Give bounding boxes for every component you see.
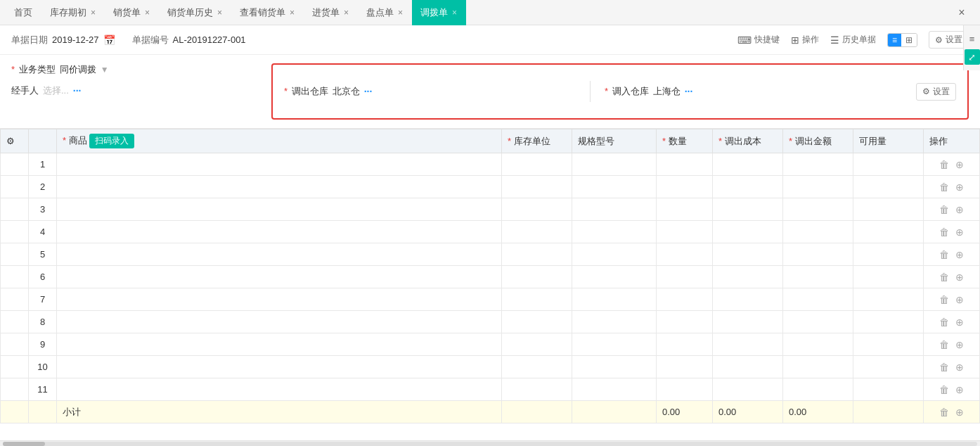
row-avail-2[interactable] — [853, 176, 924, 198]
calendar-icon[interactable]: 📅 — [103, 34, 115, 46]
row-qty-8[interactable] — [657, 311, 713, 333]
tab-close-sales-history[interactable]: × — [217, 8, 222, 18]
row-goods-7[interactable] — [57, 288, 502, 311]
delete-icon-3[interactable]: 🗑 — [939, 204, 949, 215]
tab-inventory-init[interactable]: 库存期初 × — [41, 0, 105, 25]
copy-icon-1[interactable]: ⊕ — [955, 159, 964, 170]
row-spec-6[interactable] — [572, 266, 657, 288]
history-button[interactable]: ☰ 历史单据 — [830, 34, 876, 46]
row-avail-9[interactable] — [853, 333, 924, 356]
row-goods-1[interactable] — [57, 153, 502, 176]
row-avail-8[interactable] — [853, 311, 924, 333]
copy-icon-9[interactable]: ⊕ — [955, 339, 964, 350]
side-expand-icon[interactable]: ⤢ — [965, 49, 980, 65]
row-unit-5[interactable] — [502, 243, 572, 266]
transfer-out-more-button[interactable]: ··· — [364, 86, 373, 97]
copy-icon-7[interactable]: ⊕ — [955, 294, 964, 305]
warehouse-settings-button[interactable]: ⚙ 设置 — [916, 83, 956, 101]
row-amount-4[interactable] — [783, 221, 853, 243]
row-avail-10[interactable] — [853, 356, 924, 378]
row-qty-7[interactable] — [657, 288, 713, 311]
row-avail-7[interactable] — [853, 288, 924, 311]
row-avail-3[interactable] — [853, 198, 924, 221]
row-cost-10[interactable] — [713, 356, 783, 378]
contact-more-button[interactable]: ··· — [73, 85, 82, 96]
copy-icon-11[interactable]: ⊕ — [955, 384, 964, 395]
row-avail-1[interactable] — [853, 153, 924, 176]
row-cost-9[interactable] — [713, 333, 783, 356]
shortcuts-button[interactable]: ⌨ 快捷键 — [737, 34, 780, 46]
row-qty-4[interactable] — [657, 221, 713, 243]
tab-sales-history[interactable]: 销货单历史 × — [159, 0, 231, 25]
delete-icon-7[interactable]: 🗑 — [939, 294, 949, 305]
row-amount-10[interactable] — [783, 356, 853, 378]
row-cost-1[interactable] — [713, 153, 783, 176]
row-cost-2[interactable] — [713, 176, 783, 198]
row-amount-9[interactable] — [783, 333, 853, 356]
row-cost-7[interactable] — [713, 288, 783, 311]
row-avail-6[interactable] — [853, 266, 924, 288]
scrollbar-thumb[interactable] — [3, 442, 45, 446]
row-spec-3[interactable] — [572, 198, 657, 221]
row-qty-11[interactable] — [657, 378, 713, 401]
tab-inventory-count[interactable]: 盘点单 × — [358, 0, 412, 25]
row-amount-8[interactable] — [783, 311, 853, 333]
row-qty-5[interactable] — [657, 243, 713, 266]
row-unit-1[interactable] — [502, 153, 572, 176]
row-unit-6[interactable] — [502, 266, 572, 288]
copy-icon-5[interactable]: ⊕ — [955, 249, 964, 260]
tab-close-transfer[interactable]: × — [452, 8, 457, 18]
delete-icon-1[interactable]: 🗑 — [939, 159, 949, 170]
tab-transfer[interactable]: 调拨单 × — [412, 0, 466, 25]
delete-icon-6[interactable]: 🗑 — [939, 272, 949, 283]
row-amount-11[interactable] — [783, 378, 853, 401]
row-unit-8[interactable] — [502, 311, 572, 333]
delete-icon-8[interactable]: 🗑 — [939, 317, 949, 328]
tab-close-inventory-count[interactable]: × — [398, 8, 403, 18]
tab-close-sales-order[interactable]: × — [145, 8, 150, 18]
delete-icon-4[interactable]: 🗑 — [939, 227, 949, 238]
row-spec-7[interactable] — [572, 288, 657, 311]
row-unit-7[interactable] — [502, 288, 572, 311]
biz-type-dropdown-arrow[interactable]: ▼ — [101, 65, 109, 75]
row-avail-11[interactable] — [853, 378, 924, 401]
row-spec-5[interactable] — [572, 243, 657, 266]
biz-type-select[interactable]: 同价调拨 ▼ — [60, 63, 172, 76]
row-cost-4[interactable] — [713, 221, 783, 243]
row-cost-11[interactable] — [713, 378, 783, 401]
row-spec-9[interactable] — [572, 333, 657, 356]
tab-purchase[interactable]: 进货单 × — [304, 0, 358, 25]
tab-sales-order[interactable]: 销货单 × — [105, 0, 159, 25]
subtotal-delete-icon[interactable]: 🗑 — [939, 407, 949, 418]
copy-icon-6[interactable]: ⊕ — [955, 272, 964, 283]
row-avail-4[interactable] — [853, 221, 924, 243]
row-spec-2[interactable] — [572, 176, 657, 198]
row-goods-6[interactable] — [57, 266, 502, 288]
window-close-button[interactable]: × — [949, 0, 974, 25]
row-cost-6[interactable] — [713, 266, 783, 288]
row-qty-9[interactable] — [657, 333, 713, 356]
row-unit-4[interactable] — [502, 221, 572, 243]
row-goods-4[interactable] — [57, 221, 502, 243]
side-list-icon[interactable]: ≡ — [965, 31, 980, 46]
row-unit-11[interactable] — [502, 378, 572, 401]
copy-icon-4[interactable]: ⊕ — [955, 227, 964, 238]
row-cost-3[interactable] — [713, 198, 783, 221]
horizontal-scrollbar[interactable] — [0, 440, 980, 446]
row-qty-1[interactable] — [657, 153, 713, 176]
row-unit-2[interactable] — [502, 176, 572, 198]
copy-icon-10[interactable]: ⊕ — [955, 362, 964, 373]
row-amount-5[interactable] — [783, 243, 853, 266]
subtotal-copy-icon[interactable]: ⊕ — [955, 407, 964, 418]
row-goods-5[interactable] — [57, 243, 502, 266]
copy-icon-3[interactable]: ⊕ — [955, 204, 964, 215]
view-list-button[interactable]: ≡ — [888, 34, 901, 46]
delete-icon-9[interactable]: 🗑 — [939, 339, 949, 350]
row-amount-3[interactable] — [783, 198, 853, 221]
row-amount-6[interactable] — [783, 266, 853, 288]
row-unit-9[interactable] — [502, 333, 572, 356]
row-amount-2[interactable] — [783, 176, 853, 198]
transfer-in-more-button[interactable]: ··· — [685, 86, 693, 97]
row-goods-9[interactable] — [57, 333, 502, 356]
copy-icon-2[interactable]: ⊕ — [955, 181, 964, 193]
